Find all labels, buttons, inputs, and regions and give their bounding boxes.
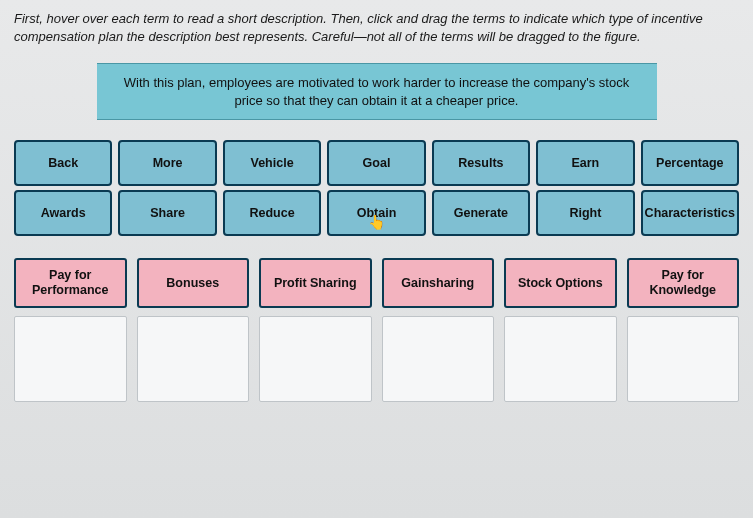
instructions-text: First, hover over each term to read a sh…: [14, 10, 739, 45]
term-obtain[interactable]: Obtain 👆: [327, 190, 425, 236]
term-awards[interactable]: Awards: [14, 190, 112, 236]
draggable-terms-grid: Back More Vehicle Goal Results Earn Perc…: [14, 140, 739, 236]
drop-slot-pay-for-knowledge[interactable]: [627, 316, 740, 402]
category-header-bonuses: Bonuses: [137, 258, 250, 308]
term-earn[interactable]: Earn: [536, 140, 634, 186]
term-generate[interactable]: Generate: [432, 190, 530, 236]
drop-slot-profit-sharing[interactable]: [259, 316, 372, 402]
category-header-profit-sharing: Profit Sharing: [259, 258, 372, 308]
scenario-prompt: With this plan, employees are motivated …: [97, 63, 657, 120]
category-header-pay-for-knowledge: Pay for Knowledge: [627, 258, 740, 308]
drop-target-area: Pay for Performance Bonuses Profit Shari…: [14, 258, 739, 402]
drop-slot-pay-for-performance[interactable]: [14, 316, 127, 402]
category-stock-options: Stock Options: [504, 258, 617, 402]
category-profit-sharing: Profit Sharing: [259, 258, 372, 402]
term-reduce[interactable]: Reduce: [223, 190, 321, 236]
term-vehicle[interactable]: Vehicle: [223, 140, 321, 186]
category-gainsharing: Gainsharing: [382, 258, 495, 402]
term-percentage[interactable]: Percentage: [641, 140, 739, 186]
term-goal[interactable]: Goal: [327, 140, 425, 186]
drop-slot-gainsharing[interactable]: [382, 316, 495, 402]
term-characteristics[interactable]: Characteristics: [641, 190, 739, 236]
category-pay-for-performance: Pay for Performance: [14, 258, 127, 402]
category-pay-for-knowledge: Pay for Knowledge: [627, 258, 740, 402]
term-back[interactable]: Back: [14, 140, 112, 186]
category-bonuses: Bonuses: [137, 258, 250, 402]
term-results[interactable]: Results: [432, 140, 530, 186]
category-header-pay-for-performance: Pay for Performance: [14, 258, 127, 308]
term-right[interactable]: Right: [536, 190, 634, 236]
drop-slot-bonuses[interactable]: [137, 316, 250, 402]
term-obtain-label: Obtain: [357, 206, 397, 220]
category-header-gainsharing: Gainsharing: [382, 258, 495, 308]
drop-slot-stock-options[interactable]: [504, 316, 617, 402]
category-header-stock-options: Stock Options: [504, 258, 617, 308]
term-more[interactable]: More: [118, 140, 216, 186]
term-share[interactable]: Share: [118, 190, 216, 236]
